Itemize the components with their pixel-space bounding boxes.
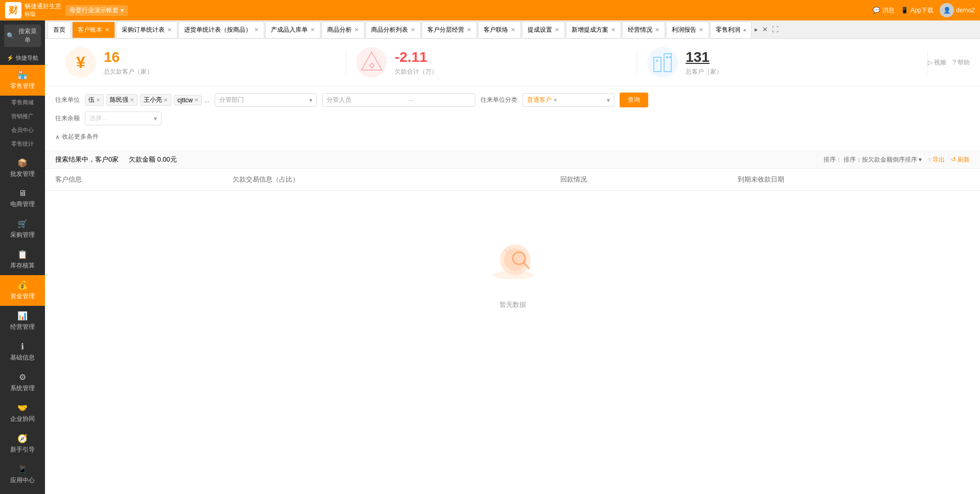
tab-customer-layer-close[interactable]: ✕ (467, 27, 471, 33)
sidebar-item-marketing[interactable]: 营销推广 (0, 109, 45, 123)
app-download-button[interactable]: 📱 App下载 (901, 6, 933, 15)
tab-product-analysis[interactable]: 商品分析 ✕ (322, 21, 364, 38)
export-icon: ↑ (928, 156, 931, 163)
tab-retail-profit-close[interactable]: ◂ (743, 27, 746, 33)
tab-new-commission[interactable]: 新增提成方案 ✕ (566, 21, 621, 38)
tab-goods-stats[interactable]: 进货单统计表（按商品） ✕ (178, 21, 264, 38)
tab-product-in[interactable]: 产成品入库单 ✕ (265, 21, 321, 38)
sort-label-prefix: 排序： (824, 155, 842, 164)
person-chevron-icon: ··· (408, 97, 414, 104)
search-menu-button[interactable]: 🔍 搜索菜单 (4, 25, 41, 47)
sidebar-item-system[interactable]: ⚙ 系统管理 (0, 367, 45, 398)
logo-text-block: 畅捷通好生意 标版 (25, 3, 61, 18)
refresh-button[interactable]: ↺ 刷新 (951, 155, 970, 164)
tab-nav-forward[interactable]: ▸ (753, 26, 760, 33)
tab-profit-report[interactable]: 利润报告 ✕ (666, 21, 709, 38)
sort-label: 排序：按欠款金额倒序排序 (844, 155, 917, 164)
sidebar-item-inventory[interactable]: 📋 库存核算 (0, 244, 45, 275)
message-label: 消息 (882, 6, 895, 15)
company-selector[interactable]: 母婴行业演示帐套 ▾ (65, 5, 128, 16)
tab-new-commission-label: 新增提成方案 (572, 26, 608, 34)
tab-commission-settings-label: 提成设置 (528, 26, 552, 34)
tab-product-analysis-label: 商品分析 (327, 26, 352, 34)
sort-select[interactable]: 排序： 排序：按欠款金额倒序排序 ▾ (824, 155, 922, 164)
tab-customer-layer[interactable]: 客户分层经营 ✕ (422, 21, 477, 38)
user-menu[interactable]: 👤 demo2 (940, 3, 975, 17)
tab-product-analysis-list[interactable]: 商品分析列表 ✕ (366, 21, 421, 38)
tab-nav-expand[interactable]: ⛶ (770, 26, 781, 33)
tab-commission-settings[interactable]: 提成设置 ✕ (522, 21, 565, 38)
logo-subtitle: 标版 (25, 10, 61, 18)
filter-tag-more[interactable]: ... (204, 97, 210, 104)
top-bar: 财 畅捷通好生意 标版 母婴行业演示帐套 ▾ 💬 消息 📱 App下载 (0, 0, 980, 20)
sidebar-item-wechat[interactable]: 💬 企业微信 (0, 490, 45, 494)
stat-label-debt-customers: 总欠款客户（家） (104, 68, 153, 76)
tab-retail-profit[interactable]: 零售利润 ◂ (710, 21, 751, 38)
sidebar-item-newbie[interactable]: 🧭 新手引导 (0, 429, 45, 459)
tab-purchase-order-close[interactable]: ✕ (167, 27, 172, 33)
category-filter-label: 往来单位分类 (481, 96, 517, 104)
tab-operation-status[interactable]: 经营情况 ✕ (622, 21, 665, 38)
sidebar-item-apps[interactable]: 📱 应用中心 (0, 459, 45, 490)
tab-customer-contact-close[interactable]: ✕ (511, 27, 515, 33)
collapse-button[interactable]: ∧ 收起更多条件 (55, 129, 970, 144)
svg-rect-7 (669, 56, 671, 58)
sidebar-item-label-ecommerce: 电商管理 (10, 200, 35, 209)
tab-product-analysis-close[interactable]: ✕ (354, 27, 359, 33)
video-button[interactable]: ▷ 视频 (928, 58, 946, 67)
person-filter-select[interactable]: 分管人员 ··· (322, 93, 475, 107)
sidebar-item-retail-mall[interactable]: 零售商城 (0, 96, 45, 109)
filter-tag-unit-2-label: 陈民强 (110, 96, 128, 104)
sidebar-item-wholesale[interactable]: 📦 批发管理 (0, 153, 45, 184)
filter-tag-unit-2-close[interactable]: ✕ (130, 97, 134, 103)
query-button[interactable]: 查询 (620, 93, 648, 107)
tab-operation-status-close[interactable]: ✕ (655, 27, 659, 33)
filter-tag-unit-1-close[interactable]: ✕ (96, 97, 100, 103)
filter-tag-unit-3: 王小亮 ✕ (140, 94, 171, 106)
empty-text: 暂无数据 (499, 300, 526, 309)
stat-item-debt-total: ◇ -2.11 欠款合计（万） (346, 47, 637, 78)
remain-filter-select[interactable]: 选择... ▾ (85, 111, 162, 125)
help-button[interactable]: ? 帮助 (952, 58, 970, 67)
sidebar-item-basic[interactable]: ℹ 基础信息 (0, 336, 45, 367)
tab-home[interactable]: 首页 (48, 21, 71, 38)
tab-nav-close-all[interactable]: ✕ (760, 26, 770, 33)
tab-product-analysis-list-close[interactable]: ✕ (411, 27, 415, 33)
results-bar: 搜索结果中，客户0家 欠款金额 0.00元 排序： 排序：按欠款金额倒序排序 ▾… (45, 151, 980, 169)
basic-icon: ℹ (21, 342, 24, 351)
tab-customer-book-label: 客户账本 (78, 26, 102, 34)
sidebar-item-label-finance: 资金管理 (10, 292, 35, 301)
tab-new-commission-close[interactable]: ✕ (611, 27, 616, 33)
category-filter-select[interactable]: 普通客户 ✕ ▾ (522, 93, 614, 107)
sidebar-item-finance[interactable]: 💰 资金管理 (0, 275, 45, 306)
main-content: ¥ 16 总欠款客户（家） ◇ (45, 39, 980, 494)
sidebar-item-purchase[interactable]: 🛒 采购管理 (0, 214, 45, 244)
export-button[interactable]: ↑ 导出 (928, 155, 945, 164)
stat-number-debt-customers: 16 (104, 49, 153, 65)
tab-customer-contact[interactable]: 客户联络 ✕ (478, 21, 521, 38)
filter-tag-unit-4-close[interactable]: ✕ (194, 97, 198, 103)
message-button[interactable]: 💬 消息 (873, 6, 895, 15)
sidebar-item-retail-stat[interactable]: 零售统计 (0, 137, 45, 151)
filter-tag-unit-3-close[interactable]: ✕ (164, 97, 168, 103)
dept-filter-select[interactable]: 分管部门 ▾ (215, 93, 317, 107)
stat-values-debt-total: -2.11 欠款合计（万） (395, 49, 438, 76)
tab-customer-book[interactable]: 客户账本 ✕ (72, 21, 115, 38)
tab-profit-report-close[interactable]: ✕ (699, 27, 703, 33)
tab-purchase-order[interactable]: 采购订单统计表 ✕ (116, 21, 177, 38)
tab-commission-settings-close[interactable]: ✕ (555, 27, 559, 33)
amount-results-text: 欠款金额 0.00元 (129, 155, 177, 163)
sidebar-item-enterprise[interactable]: 🤝 企业协同 (0, 398, 45, 429)
quick-nav-button[interactable]: ⚡ 快捷导航 (0, 51, 45, 65)
tab-product-in-close[interactable]: ✕ (310, 27, 315, 33)
sidebar-item-retail[interactable]: 🏪 零售管理 (0, 65, 45, 96)
sidebar-item-ecommerce[interactable]: 🖥 电商管理 (0, 184, 45, 214)
sidebar-item-member[interactable]: 会员中心 (0, 123, 45, 137)
sidebar-item-operation[interactable]: 📊 经营管理 (0, 306, 45, 336)
tab-goods-stats-close[interactable]: ✕ (254, 27, 259, 33)
tab-product-in-label: 产成品入库单 (271, 26, 308, 34)
yuan-icon: ¥ (76, 53, 85, 72)
tab-customer-book-close[interactable]: ✕ (105, 27, 109, 33)
help-label: 帮助 (958, 58, 970, 67)
category-tag-close[interactable]: ✕ (553, 97, 557, 103)
